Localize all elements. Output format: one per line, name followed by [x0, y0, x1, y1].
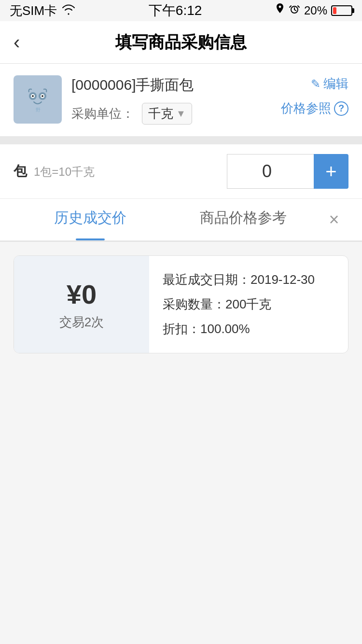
price-ref-label: 价格参照: [281, 100, 331, 117]
tab-section: 历史成交价 商品价格参考 ×: [0, 199, 362, 242]
price-value: 0: [82, 279, 97, 309]
tab-reference-label: 商品价格参考: [200, 208, 287, 232]
main-content: ¥0 交易2次 最近成交日期：2019-12-30 采购数量：200千克 折扣：…: [0, 242, 362, 532]
tab-history-label: 历史成交价: [54, 208, 126, 232]
product-card: 野 [0000006]手撕面包 采购单位： 千克 ▼ ✎ 编辑: [0, 64, 362, 137]
battery-icon: [331, 5, 352, 16]
help-icon: ?: [334, 101, 348, 116]
time-label: 下午6:12: [149, 1, 202, 20]
price-summary: ¥0 交易2次: [14, 256, 149, 353]
unit-select[interactable]: 千克 ▼: [142, 103, 192, 125]
product-info-left: 野 [0000006]手撕面包 采购单位： 千克 ▼: [14, 75, 281, 125]
status-right: 20%: [275, 3, 352, 18]
plus-icon: +: [325, 161, 336, 182]
unit-label-text: 采购单位：: [71, 105, 134, 122]
purchase-qty-value: 200千克: [225, 297, 271, 311]
close-icon: ×: [329, 210, 339, 230]
section-divider: [0, 137, 362, 144]
trades-count: 交易2次: [59, 314, 104, 331]
recent-date-row: 最近成交日期：2019-12-30: [163, 271, 334, 288]
quantity-controls: +: [227, 154, 348, 189]
tab-reference[interactable]: 商品价格参考: [167, 199, 320, 240]
quantity-info: 包 1包=10千克: [14, 162, 95, 181]
wifi-icon: [62, 3, 75, 18]
edit-button[interactable]: ✎ 编辑: [311, 75, 348, 92]
unit-value: 千克: [148, 105, 173, 122]
recent-date-value: 2019-12-30: [251, 272, 315, 287]
price-amount: ¥0: [67, 279, 97, 310]
svg-point-6: [42, 95, 43, 97]
edit-label: 编辑: [323, 75, 348, 92]
quantity-unit-label: 包: [14, 162, 27, 181]
price-card: ¥0 交易2次 最近成交日期：2019-12-30 采购数量：200千克 折扣：…: [14, 255, 348, 353]
quantity-hint: 1包=10千克: [34, 164, 95, 180]
price-details: 最近成交日期：2019-12-30 采购数量：200千克 折扣：100.00%: [149, 256, 348, 353]
tab-active-indicator: [76, 238, 105, 240]
recent-date-label: 最近成交日期：: [163, 272, 251, 287]
product-unit-row: 采购单位： 千克 ▼: [71, 103, 281, 125]
status-left: 无SIM卡: [10, 2, 75, 19]
purchase-qty-row: 采购数量：200千克: [163, 296, 334, 313]
edit-icon: ✎: [311, 77, 320, 91]
back-button[interactable]: ‹: [14, 31, 20, 53]
svg-text:野: 野: [36, 107, 41, 112]
product-name: [0000006]手撕面包: [71, 75, 281, 95]
product-actions: ✎ 编辑 价格参照 ?: [281, 75, 348, 117]
quantity-input[interactable]: [227, 154, 314, 189]
tab-history[interactable]: 历史成交价: [14, 199, 167, 240]
svg-point-5: [32, 95, 34, 97]
unit-arrow-icon: ▼: [176, 108, 186, 119]
status-bar: 无SIM卡 下午6:12 20%: [0, 0, 362, 21]
discount-label: 折扣：: [163, 322, 200, 336]
discount-value: 100.00%: [200, 322, 250, 336]
alarm-icon: [289, 3, 300, 18]
tab-close-button[interactable]: ×: [320, 205, 348, 234]
history-content: ¥0 交易2次 最近成交日期：2019-12-30 采购数量：200千克 折扣：…: [0, 242, 362, 367]
purchase-qty-label: 采购数量：: [163, 297, 225, 311]
product-logo-icon: 野: [23, 84, 52, 115]
price-reference-button[interactable]: 价格参照 ?: [281, 100, 348, 117]
battery-percent: 20%: [304, 4, 327, 17]
nav-bar: ‹ 填写商品采购信息: [0, 21, 362, 64]
quantity-row: 包 1包=10千克 +: [0, 144, 362, 199]
product-image: 野: [14, 75, 62, 124]
product-details: [0000006]手撕面包 采购单位： 千克 ▼: [71, 75, 281, 125]
page-title: 填写商品采购信息: [115, 31, 247, 54]
location-icon: [275, 3, 285, 18]
tab-bar: 历史成交价 商品价格参考 ×: [0, 199, 362, 241]
network-label: 无SIM卡: [10, 2, 57, 19]
currency-symbol: ¥: [67, 279, 82, 309]
quantity-plus-button[interactable]: +: [314, 154, 348, 189]
discount-row: 折扣：100.00%: [163, 321, 334, 337]
